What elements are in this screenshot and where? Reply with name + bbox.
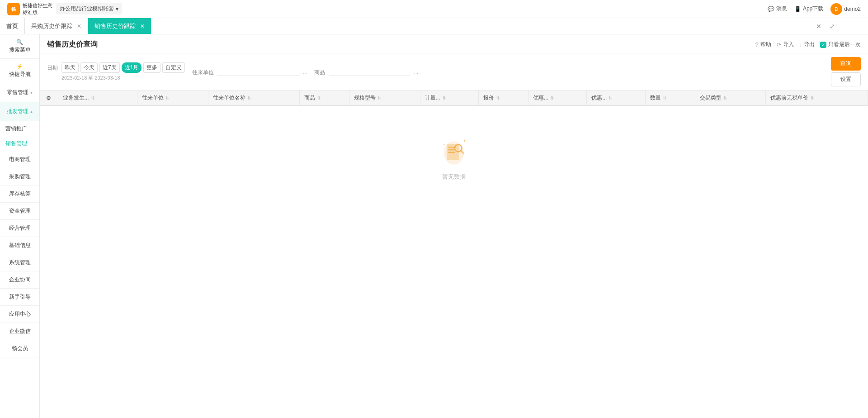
date-filter-label: 日期 bbox=[47, 62, 58, 72]
sidebar-item-search-menu[interactable]: 🔍 搜索菜单 bbox=[0, 34, 39, 59]
table-col-discount2[interactable]: 优惠... ⇅ bbox=[587, 90, 645, 106]
sort-icon: ⇅ bbox=[247, 95, 251, 100]
table-col-unit[interactable]: 计量... ⇅ bbox=[420, 90, 478, 106]
username: demo2 bbox=[844, 6, 861, 12]
sidebar-item-label: 库存核算 bbox=[9, 190, 31, 198]
sidebar: 🔍 搜索菜单 ⚡ 快捷导航 零售管理 ▾ 批发管理 ▴ 营销推广 销售管理 电商… bbox=[0, 34, 40, 418]
logo-icon: 畅 bbox=[7, 3, 20, 15]
only-last-checkbox-area[interactable]: ✓ 只看最后一次 bbox=[820, 41, 861, 48]
message-action[interactable]: 💬 消息 bbox=[768, 5, 787, 13]
sidebar-item-finance[interactable]: 资金管理 bbox=[0, 203, 39, 220]
sidebar-item-inventory[interactable]: 库存核算 bbox=[0, 185, 39, 203]
sidebar-item-enterprise-wechat[interactable]: 企业微信 bbox=[0, 323, 39, 340]
col-label: 优惠... bbox=[591, 94, 607, 102]
tab-sales-history[interactable]: 销售历史价跟踪 ✕ bbox=[88, 18, 151, 34]
sort-icon: ⇅ bbox=[496, 95, 500, 100]
col-label: 计量... bbox=[425, 94, 440, 102]
tab-purchase-history[interactable]: 采购历史价跟踪 ✕ bbox=[25, 18, 88, 34]
product-input[interactable] bbox=[329, 67, 410, 76]
sidebar-item-label: 采购管理 bbox=[9, 173, 31, 180]
app-download-action[interactable]: 📱 App下载 bbox=[794, 5, 823, 13]
top-bar-left: 畅 畅捷信好生意 标准版 办公用品行业模拟账套 ▾ bbox=[7, 2, 122, 15]
tab-purchase-close[interactable]: ✕ bbox=[77, 23, 81, 29]
tab-home-label: 首页 bbox=[6, 22, 18, 30]
sidebar-item-newcomer[interactable]: 新手引导 bbox=[0, 289, 39, 306]
sidebar-item-label: 电商管理 bbox=[9, 156, 31, 163]
gear-icon: ⚙ bbox=[46, 95, 51, 101]
top-bar: 畅 畅捷信好生意 标准版 办公用品行业模拟账套 ▾ 💬 消息 📱 App下载 D… bbox=[0, 0, 868, 18]
help-icon: ? bbox=[755, 41, 759, 48]
query-setting-group: 查询 设置 bbox=[831, 57, 861, 86]
date-btn-last1month[interactable]: 近1月 bbox=[122, 62, 142, 73]
avatar: D bbox=[830, 3, 842, 15]
sort-icon: ⇅ bbox=[550, 95, 554, 100]
sidebar-item-enterprise[interactable]: 企业协同 bbox=[0, 271, 39, 289]
sidebar-item-retail-mgmt[interactable]: 零售管理 ▾ bbox=[0, 83, 39, 102]
sort-icon: ⇅ bbox=[377, 95, 381, 100]
only-last-checkbox[interactable]: ✓ bbox=[820, 42, 826, 48]
sidebar-item-label: 畅会员 bbox=[12, 345, 28, 352]
table-col-trade-type[interactable]: 交易类型 ⇅ bbox=[695, 90, 765, 106]
chevron-down-icon: ▾ bbox=[116, 6, 118, 12]
sidebar-item-sales-mgmt[interactable]: 销售管理 bbox=[0, 136, 39, 151]
date-filter-group: 日期 昨天 今天 近7天 近1月 更多 自定义 2023-02-18 至 202… bbox=[47, 62, 185, 81]
top-bar-right: 💬 消息 📱 App下载 D demo2 bbox=[768, 3, 861, 15]
tab-home[interactable]: 首页 bbox=[0, 18, 25, 34]
col-label: 商品 bbox=[304, 94, 315, 102]
sidebar-item-operations[interactable]: 经营管理 bbox=[0, 220, 39, 237]
sidebar-item-label: 批发管理 bbox=[7, 108, 28, 115]
user-area[interactable]: D demo2 bbox=[830, 3, 861, 15]
export-icon: ↓ bbox=[799, 42, 802, 48]
partner-input-dots: ... bbox=[302, 69, 307, 75]
svg-text:畅: 畅 bbox=[11, 7, 16, 12]
import-btn[interactable]: ⟳ 导入 bbox=[777, 41, 794, 48]
table-col-business-date[interactable]: 业务发生... ⇅ bbox=[58, 90, 137, 106]
partner-input[interactable] bbox=[217, 67, 299, 76]
sidebar-item-wholesale-mgmt[interactable]: 批发管理 ▴ bbox=[0, 102, 39, 121]
workspace-selector[interactable]: 办公用品行业模拟账套 ▾ bbox=[56, 3, 122, 14]
sidebar-item-ecommerce[interactable]: 电商管理 bbox=[0, 151, 39, 168]
empty-state: ✦ ✦ 暂无数据 bbox=[40, 106, 868, 208]
table-col-spec[interactable]: 规格型号 ⇅ bbox=[349, 90, 420, 106]
col-label: 报价 bbox=[483, 94, 494, 102]
date-btn-today[interactable]: 今天 bbox=[80, 62, 98, 73]
export-btn[interactable]: ↓ 导出 bbox=[799, 41, 815, 48]
sidebar-item-label: 销售管理 bbox=[5, 140, 27, 147]
date-btn-more[interactable]: 更多 bbox=[143, 62, 160, 73]
table-col-gear[interactable]: ⚙ bbox=[40, 90, 58, 106]
help-btn[interactable]: ? 帮助 bbox=[755, 41, 771, 48]
col-label: 往来单位 bbox=[142, 94, 164, 102]
sidebar-item-quick-nav[interactable]: ⚡ 快捷导航 bbox=[0, 59, 39, 83]
table-col-qty[interactable]: 数量 ⇅ bbox=[645, 90, 695, 106]
date-btn-custom[interactable]: 自定义 bbox=[162, 62, 185, 73]
sort-icon: ⇅ bbox=[91, 95, 94, 100]
sidebar-item-system-mgmt[interactable]: 系统管理 bbox=[0, 254, 39, 271]
table-col-discount1[interactable]: 优惠... ⇅ bbox=[528, 90, 586, 106]
date-btn-yesterday[interactable]: 昨天 bbox=[61, 62, 79, 73]
sidebar-item-member[interactable]: 畅会员 bbox=[0, 340, 39, 357]
sort-icon: ⇅ bbox=[165, 95, 169, 100]
page-title: 销售历史价查询 bbox=[47, 40, 98, 49]
tab-maximize-btn[interactable]: ⤢ bbox=[827, 21, 837, 31]
sidebar-item-app-center[interactable]: 应用中心 bbox=[0, 306, 39, 323]
export-label: 导出 bbox=[804, 41, 815, 48]
empty-text: 暂无数据 bbox=[442, 173, 466, 181]
table-col-partner-name[interactable]: 往来单位名称 ⇅ bbox=[208, 90, 300, 106]
table-col-quote[interactable]: 报价 ⇅ bbox=[478, 90, 528, 106]
quick-nav-icon: ⚡ bbox=[16, 63, 23, 70]
tab-purchase-label: 采购历史价跟踪 bbox=[31, 22, 72, 30]
import-icon: ⟳ bbox=[777, 42, 781, 48]
app-download-icon: 📱 bbox=[794, 6, 801, 12]
sidebar-item-purchase-mgmt[interactable]: 采购管理 bbox=[0, 168, 39, 185]
query-button[interactable]: 查询 bbox=[831, 57, 861, 71]
table-col-partner-code[interactable]: 往来单位 ⇅ bbox=[137, 90, 208, 106]
sidebar-item-marketing[interactable]: 营销推广 bbox=[0, 121, 39, 136]
table-col-product[interactable]: 商品 ⇅ bbox=[300, 90, 349, 106]
sidebar-item-basic-info[interactable]: 基础信息 bbox=[0, 237, 39, 254]
table-col-no-tax-price[interactable]: 优惠前无税单价 ⇅ bbox=[766, 90, 868, 106]
tab-sales-close[interactable]: ✕ bbox=[140, 23, 145, 29]
setting-button[interactable]: 设置 bbox=[831, 72, 861, 86]
date-btn-last7days[interactable]: 近7天 bbox=[99, 62, 120, 73]
sort-icon: ⇅ bbox=[723, 95, 727, 100]
tab-close-all-btn[interactable]: ✕ bbox=[814, 21, 824, 31]
